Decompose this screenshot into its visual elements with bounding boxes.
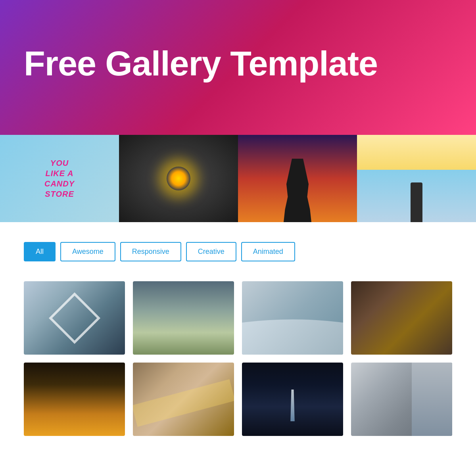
gallery-image-7 [242,363,343,436]
gallery-image-2 [133,281,234,355]
gallery-image-1 [24,281,125,355]
gallery-image-8 [351,363,452,436]
hero-section: Free Gallery Template [0,0,476,135]
filter-section: All Awesome Responsive Creative Animated [0,222,476,273]
filter-creative-button[interactable]: Creative [186,242,236,261]
silhouette-shape [284,159,311,222]
mountain-person [411,182,422,222]
gallery-item-4[interactable] [351,281,452,355]
filter-awesome-button[interactable]: Awesome [60,242,115,261]
filter-animated-button[interactable]: Animated [241,242,295,261]
gallery-image-4 [351,281,452,355]
gallery-item-7[interactable] [242,363,343,436]
sparkler-glow [167,167,190,190]
strip-image-mountain [357,135,476,222]
gallery-item-8[interactable] [351,363,452,436]
filter-responsive-button[interactable]: Responsive [120,242,181,261]
gallery-image-3 [242,281,343,355]
gallery-item-5[interactable] [24,363,125,436]
hero-title: Free Gallery Template [24,44,378,83]
gallery-item-6[interactable] [133,363,234,436]
filter-all-button[interactable]: All [24,242,56,261]
strip-image-silhouette [238,135,357,222]
gallery-image-5 [24,363,125,436]
strip-image-sparkler [119,135,238,222]
image-strip: YOU LIKE A CANDY STORE [0,135,476,222]
strip-image-candy: YOU LIKE A CANDY STORE [0,135,119,222]
gallery-item-3[interactable] [242,281,343,355]
candy-text: YOU LIKE A CANDY STORE [44,158,75,199]
gallery-image-6 [133,363,234,436]
gallery-item-1[interactable] [24,281,125,355]
gallery-grid [0,273,476,460]
gallery-item-2[interactable] [133,281,234,355]
